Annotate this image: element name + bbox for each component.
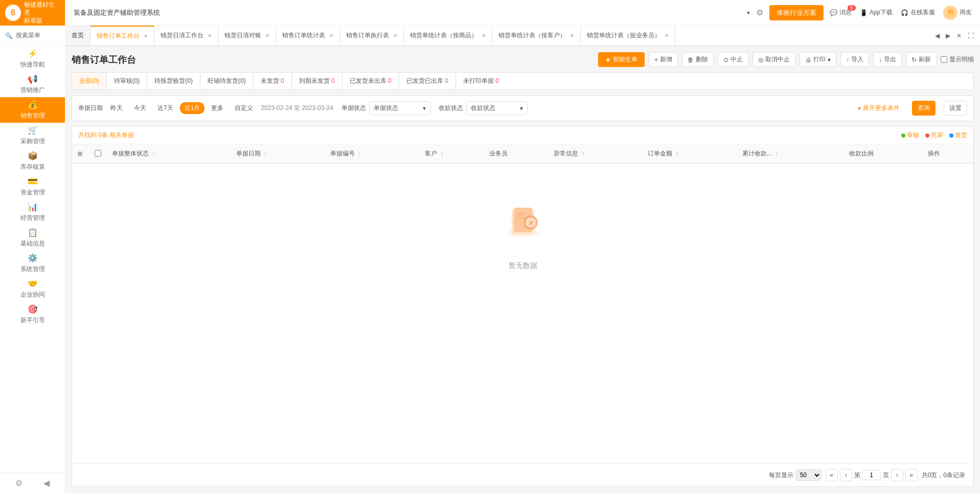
box-icon: 📦 bbox=[28, 151, 38, 161]
detail-checkbox-label[interactable]: 显示明细 bbox=[941, 55, 974, 64]
th-setting[interactable]: ⚙ bbox=[72, 144, 87, 164]
sidebar-item-enterprise[interactable]: 🤝 企业协同 bbox=[0, 276, 65, 302]
date-btn-7days[interactable]: 近7天 bbox=[153, 102, 178, 114]
subtab-shipped-out[interactable]: 已发货已出库 0 bbox=[399, 73, 456, 89]
solution-button[interactable]: 体验行业方案 bbox=[769, 5, 824, 20]
settings-icon[interactable]: ⚙ bbox=[756, 8, 763, 17]
date-btn-more[interactable]: 更多 bbox=[207, 102, 228, 114]
tab-label: 销售订单工作台 bbox=[97, 32, 140, 40]
page-prev-btn[interactable]: ‹ bbox=[840, 469, 852, 481]
add-button[interactable]: + 新增 bbox=[649, 52, 678, 67]
collapse-btn[interactable]: ◀ bbox=[43, 478, 50, 488]
th-number[interactable]: 单据编号 ↕ bbox=[326, 144, 421, 164]
online-service-action[interactable]: 🎧 在线客服 bbox=[901, 8, 935, 17]
status-select[interactable]: 单据状态 ▾ bbox=[369, 101, 430, 115]
tab-prev-btn[interactable]: ◀ bbox=[933, 30, 942, 41]
sidebar-item-inventory[interactable]: 📦 库存核算 bbox=[0, 148, 65, 174]
tab-close-icon[interactable]: ✕ bbox=[393, 33, 397, 38]
select-all-checkbox[interactable] bbox=[95, 150, 101, 156]
tab-fullscreen-btn[interactable]: ⛶ bbox=[966, 30, 976, 41]
th-date[interactable]: 单据日期 ↕ bbox=[232, 144, 327, 164]
page-last-btn[interactable]: » bbox=[905, 469, 918, 481]
tab-sales-exec[interactable]: 销售订单执行表 ✕ bbox=[340, 26, 404, 46]
tab-close-icon[interactable]: ✕ bbox=[482, 33, 486, 38]
subtab-overdue-ship[interactable]: 到期未发货 0 bbox=[292, 73, 343, 89]
th-staff[interactable]: 业务员 bbox=[485, 144, 550, 164]
review-action[interactable]: 审核 bbox=[901, 131, 919, 140]
sidebar-item-sales[interactable]: 💰 销售管理 bbox=[0, 97, 65, 123]
subtab-all[interactable]: 全部(0) bbox=[72, 73, 107, 89]
delete-button[interactable]: 🗑 删除 bbox=[682, 52, 714, 67]
message-action[interactable]: 💬 消息 6 bbox=[830, 8, 852, 17]
th-amount[interactable]: 订单金额 ↕ bbox=[644, 144, 738, 164]
tab-cash-reconcile[interactable]: 钱货日清对账 ✕ bbox=[218, 26, 276, 46]
sidebar-item-marketing[interactable]: 📢 营销推广 bbox=[0, 72, 65, 97]
page-first-btn[interactable]: « bbox=[826, 469, 838, 481]
subtab-not-shipped[interactable]: 未发货 0 bbox=[254, 73, 292, 89]
tab-cash-daily[interactable]: 钱货日清工作台 ✕ bbox=[154, 26, 218, 46]
subtab-pending-review[interactable]: 待审核(0) bbox=[107, 73, 148, 89]
tab-close-icon[interactable]: ✕ bbox=[208, 33, 212, 38]
subtab-shipped-not-out[interactable]: 已发货未出库 0 bbox=[343, 73, 399, 89]
tab-close-icon[interactable]: ✕ bbox=[144, 33, 148, 39]
content-area: 销售订单工作台 ★ 智能生单 + 新增 🗑 删除 ⊙ 中止 bbox=[65, 46, 980, 493]
tab-close-icon[interactable]: ✕ bbox=[265, 33, 269, 38]
date-btn-yesterday[interactable]: 昨天 bbox=[106, 102, 127, 114]
tab-close-icon[interactable]: ✕ bbox=[570, 33, 574, 38]
refresh-button[interactable]: ↻ 刷新 bbox=[906, 52, 937, 67]
expand-conditions-btn[interactable]: ▾ 展开更多条件 bbox=[858, 104, 900, 113]
payment-select[interactable]: 收款状态 ▾ bbox=[466, 101, 528, 115]
gear-icon: ⚙️ bbox=[28, 253, 38, 263]
cancel-review-action[interactable]: 充审 bbox=[925, 131, 943, 140]
tab-goods-stats-staff[interactable]: 销货单统计表（按业务员） ✕ bbox=[581, 26, 675, 46]
tab-sales-workbench[interactable]: 销售订单工作台 ✕ bbox=[90, 26, 154, 46]
date-btn-1month[interactable]: 近1月 bbox=[180, 102, 205, 114]
print-button[interactable]: 🖨 打印 ▾ bbox=[800, 52, 836, 67]
per-page-select[interactable]: 50 10 20 100 bbox=[795, 469, 822, 481]
query-button[interactable]: 查询 bbox=[912, 101, 936, 116]
page-next-btn[interactable]: › bbox=[891, 469, 903, 481]
sidebar-item-basic[interactable]: 📋 基础信息 bbox=[0, 225, 65, 251]
import-button[interactable]: ↑ 导入 bbox=[840, 52, 869, 67]
tab-goods-stats-customer[interactable]: 销货单统计表（按客户） ✕ bbox=[492, 26, 581, 46]
ship-action[interactable]: 发货 bbox=[949, 131, 967, 140]
subtab-pending-check[interactable]: 待拣货验货(0) bbox=[147, 73, 200, 89]
delete-label: 删除 bbox=[696, 55, 708, 64]
tab-next-btn[interactable]: ▶ bbox=[944, 30, 952, 41]
settings-bottom-btn[interactable]: ⚙ bbox=[15, 478, 22, 488]
tab-goods-stats-product[interactable]: 销货单统计表（按商品） ✕ bbox=[404, 26, 492, 46]
sidebar-item-system[interactable]: ⚙️ 系统管理 bbox=[0, 251, 65, 276]
th-check[interactable] bbox=[87, 144, 108, 164]
empty-text: 暂无数据 bbox=[509, 261, 537, 271]
th-customer[interactable]: 客户 ↕ bbox=[421, 144, 486, 164]
date-btn-custom[interactable]: 自定义 bbox=[230, 102, 258, 114]
print-icon: 🖨 bbox=[805, 56, 811, 63]
date-btn-today[interactable]: 今天 bbox=[129, 102, 151, 114]
export-button[interactable]: ↓ 导出 bbox=[873, 52, 902, 67]
filter-settings-button[interactable]: 设置 bbox=[944, 101, 967, 116]
sidebar-item-guide[interactable]: 🎯 新手引导 bbox=[0, 302, 65, 327]
cancel-stop-button[interactable]: ◎ 取消中止 bbox=[753, 52, 795, 67]
smart-create-button[interactable]: ★ 智能生单 bbox=[598, 52, 645, 67]
tab-close-icon[interactable]: ✕ bbox=[665, 33, 669, 38]
sidebar-item-quick-nav[interactable]: ⚡ 快捷导航 bbox=[0, 46, 65, 72]
sidebar-item-operations[interactable]: 📊 经营管理 bbox=[0, 199, 65, 225]
subtab-wang-pending-ship[interactable]: 旺铺待发货(0) bbox=[200, 73, 254, 89]
app-download-action[interactable]: 📱 App下载 bbox=[860, 8, 893, 17]
payment-filter: 收款状态 收款状态 ▾ bbox=[439, 101, 528, 115]
system-dropdown[interactable]: ▾ bbox=[747, 9, 750, 16]
tab-label: 钱货日清工作台 bbox=[161, 31, 203, 40]
user-action[interactable]: 用 用友 bbox=[943, 6, 972, 20]
sidebar-item-finance[interactable]: 💳 资金管理 bbox=[0, 174, 65, 199]
tab-home[interactable]: 首页 bbox=[65, 26, 90, 46]
tab-close-icon[interactable]: ✕ bbox=[329, 33, 333, 38]
stop-button[interactable]: ⊙ 中止 bbox=[718, 52, 748, 67]
detail-checkbox[interactable] bbox=[941, 56, 947, 63]
tab-sales-stats[interactable]: 销售订单统计表 ✕ bbox=[276, 26, 340, 46]
subtab-not-printed[interactable]: 未打印单据 0 bbox=[456, 73, 506, 89]
sidebar-item-purchase[interactable]: 🛒 采购管理 bbox=[0, 123, 65, 148]
page-input[interactable] bbox=[862, 470, 881, 480]
th-collected[interactable]: 累计收款... ↕ bbox=[738, 144, 845, 164]
tab-close-all-btn[interactable]: ✕ bbox=[954, 30, 964, 41]
sidebar-search[interactable]: 🔍 搜索菜单 bbox=[0, 26, 65, 46]
